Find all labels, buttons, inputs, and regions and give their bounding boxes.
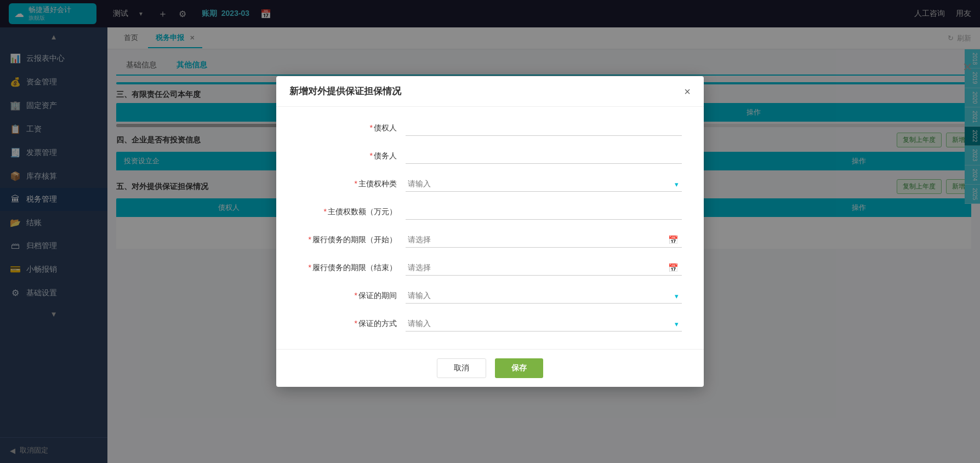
form-row-guarantee-period: *保证的期间 ▾	[298, 288, 682, 304]
save-button[interactable]: 保存	[495, 358, 543, 378]
form-row-debt-type: *主债权种类 ▾	[298, 176, 682, 192]
input-debt-type[interactable]	[406, 176, 682, 192]
modal-footer: 取消 保存	[276, 349, 704, 387]
label-debt-type: *主债权种类	[298, 179, 397, 189]
label-debt-amount: *主债权数额（万元）	[298, 207, 397, 217]
input-debt-amount[interactable]	[406, 204, 682, 220]
form-row-debt-amount: *主债权数额（万元）	[298, 204, 682, 220]
modal-title: 新增对外提供保证担保情况	[289, 85, 401, 98]
input-wrap-debt-type: ▾	[406, 176, 682, 192]
input-wrap-debtor	[406, 148, 682, 164]
label-debtor: *债务人	[298, 151, 397, 161]
input-period-start[interactable]	[406, 232, 682, 248]
modal-body: *债权人 *债务人 *主债权种类	[276, 107, 704, 349]
input-period-end[interactable]	[406, 260, 682, 276]
input-wrap-period-start: 📅	[406, 232, 682, 248]
label-guarantee-period: *保证的期间	[298, 291, 397, 301]
form-row-debtor: *债务人	[298, 148, 682, 164]
label-period-end: *履行债务的期限（结束）	[298, 263, 397, 273]
label-period-start: *履行债务的期限（开始）	[298, 235, 397, 245]
input-guarantee-method[interactable]	[406, 316, 682, 331]
cancel-button[interactable]: 取消	[437, 358, 486, 378]
input-wrap-period-end: 📅	[406, 260, 682, 276]
form-row-period-end: *履行债务的期限（结束） 📅	[298, 260, 682, 276]
input-wrap-debt-amount	[406, 204, 682, 220]
input-debtor[interactable]	[406, 148, 682, 164]
form-row-period-start: *履行债务的期限（开始） 📅	[298, 232, 682, 248]
input-creditor[interactable]	[406, 120, 682, 136]
modal-close-button[interactable]: ×	[684, 86, 691, 97]
modal-overlay: 新增对外提供保证担保情况 × *债权人 *债务人	[0, 0, 980, 463]
form-row-guarantee-method: *保证的方式 ▾	[298, 316, 682, 331]
modal-header: 新增对外提供保证担保情况 ×	[276, 76, 704, 107]
input-guarantee-period[interactable]	[406, 288, 682, 304]
modal-add-guarantee: 新增对外提供保证担保情况 × *债权人 *债务人	[276, 76, 704, 387]
label-creditor: *债权人	[298, 123, 397, 133]
label-guarantee-method: *保证的方式	[298, 319, 397, 329]
input-wrap-guarantee-period: ▾	[406, 288, 682, 304]
form-row-creditor: *债权人	[298, 120, 682, 136]
input-wrap-guarantee-method: ▾	[406, 316, 682, 331]
input-wrap-creditor	[406, 120, 682, 136]
